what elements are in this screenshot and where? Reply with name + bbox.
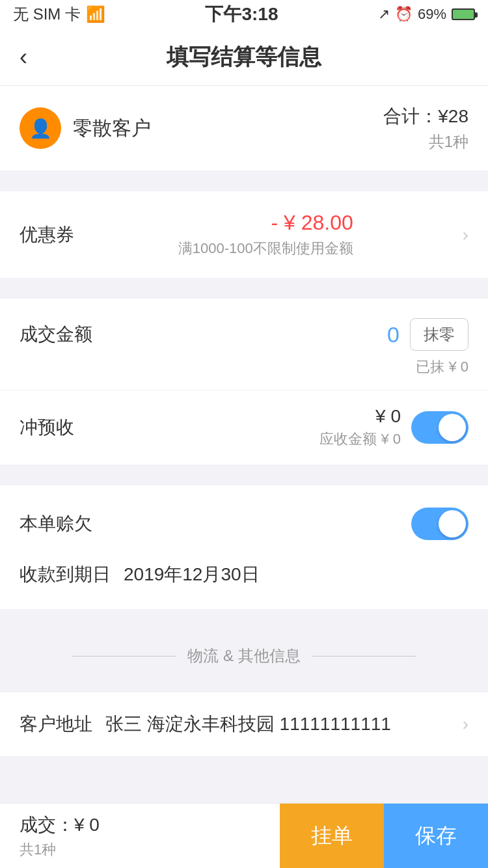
gap3 — [0, 475, 488, 485]
coupon-note: 满1000-100不限制使用金额 — [178, 239, 353, 258]
status-right: ↗ ⏰ 69% — [378, 6, 475, 23]
due-date-value: 2019年12月30日 — [124, 562, 260, 587]
bottom-count: 共1种 — [20, 840, 260, 860]
bottom-bar: 成交：¥ 0 共1种 挂单 保存 — [0, 803, 488, 868]
coupon-right: - ¥ 28.00 满1000-100不限制使用金额 — [178, 211, 353, 258]
debt-label: 本单赊欠 — [20, 511, 92, 536]
status-time: 下午3:18 — [205, 2, 278, 27]
coupon-label: 优惠券 — [20, 223, 74, 247]
debt-toggle[interactable] — [411, 508, 468, 540]
amount-sub: 已抹 ¥ 0 — [0, 357, 488, 390]
amount-label: 成交金额 — [20, 322, 92, 347]
customer-total: 合计：¥28 — [383, 104, 468, 129]
save-button[interactable]: 保存 — [384, 804, 488, 869]
back-button[interactable]: ‹ — [20, 44, 27, 71]
round-off-button[interactable]: 抹零 — [410, 318, 468, 351]
address-row[interactable]: 客户地址 张三 海淀永丰科技园 11111111111 › — [0, 692, 488, 756]
customer-count: 共1种 — [383, 131, 468, 152]
status-left: 无 SIM 卡 📶 — [13, 4, 105, 25]
customer-info: 👤 零散客户 — [20, 107, 151, 149]
customer-row: 👤 零散客户 合计：¥28 共1种 — [0, 86, 488, 170]
prepay-right: ¥ 0 应收金额 ¥ 0 — [319, 406, 468, 449]
debt-row: 本单赊欠 — [0, 485, 488, 562]
gap1 — [0, 181, 488, 191]
deal-value: ¥ 0 — [74, 815, 100, 835]
coupon-section: 优惠券 - ¥ 28.00 满1000-100不限制使用金额 › — [0, 191, 488, 278]
nav-bar: ‹ 填写结算等信息 — [0, 29, 488, 86]
alarm-icon: ⏰ — [395, 6, 413, 23]
customer-total-section: 合计：¥28 共1种 — [383, 104, 468, 152]
customer-name: 零散客户 — [73, 115, 151, 142]
battery-percent: 69% — [418, 6, 446, 23]
amount-value: 0 — [387, 322, 400, 347]
debt-section: 本单赊欠 收款到期日 2019年12月30日 — [0, 485, 488, 609]
wifi-icon: 📶 — [86, 5, 105, 23]
prepay-values: ¥ 0 应收金额 ¥ 0 — [319, 406, 401, 449]
customer-section: 👤 零散客户 合计：¥28 共1种 — [0, 86, 488, 170]
customer-avatar: 👤 — [20, 107, 61, 149]
gap4 — [0, 619, 488, 630]
toggle-knob — [439, 414, 466, 441]
due-date-label: 收款到期日 — [20, 562, 111, 587]
page-title: 填写结算等信息 — [167, 42, 321, 72]
prepay-row: 冲预收 ¥ 0 应收金额 ¥ 0 — [0, 390, 488, 465]
gap2 — [0, 288, 488, 299]
address-chevron-icon: › — [463, 714, 468, 735]
logistics-label: 物流 & 其他信息 — [20, 645, 468, 666]
prepay-amount: ¥ 0 — [319, 406, 401, 427]
amount-right: 0 抹零 — [387, 318, 468, 351]
amount-row: 成交金额 0 抹零 — [0, 299, 488, 357]
prepay-toggle[interactable] — [411, 411, 468, 444]
amount-section: 成交金额 0 抹零 已抹 ¥ 0 冲预收 ¥ 0 应收金额 ¥ 0 — [0, 299, 488, 465]
status-bar: 无 SIM 卡 📶 下午3:18 ↗ ⏰ 69% — [0, 0, 488, 29]
location-icon: ↗ — [378, 6, 390, 23]
due-date-row: 收款到期日 2019年12月30日 — [0, 562, 488, 609]
prepay-label: 冲预收 — [20, 415, 74, 440]
deal-label: 成交： — [20, 815, 74, 835]
bottom-info: 成交：¥ 0 共1种 — [0, 813, 280, 860]
bottom-deal-row: 成交：¥ 0 — [20, 813, 260, 837]
coupon-discount: - ¥ 28.00 — [178, 211, 353, 235]
prepay-sub: 应收金额 ¥ 0 — [319, 429, 401, 449]
battery-icon — [452, 8, 475, 20]
hold-button[interactable]: 挂单 — [280, 804, 384, 869]
logistics-divider-section: 物流 & 其他信息 — [0, 630, 488, 682]
address-label: 客户地址 — [20, 712, 92, 737]
address-value: 张三 海淀永丰科技园 11111111111 — [105, 712, 463, 737]
gap5 — [0, 682, 488, 692]
coupon-chevron-icon: › — [463, 224, 468, 245]
carrier-text: 无 SIM 卡 — [13, 4, 81, 25]
coupon-row[interactable]: 优惠券 - ¥ 28.00 满1000-100不限制使用金额 › — [0, 191, 488, 278]
debt-toggle-knob — [439, 510, 466, 537]
avatar-icon: 👤 — [29, 118, 52, 139]
